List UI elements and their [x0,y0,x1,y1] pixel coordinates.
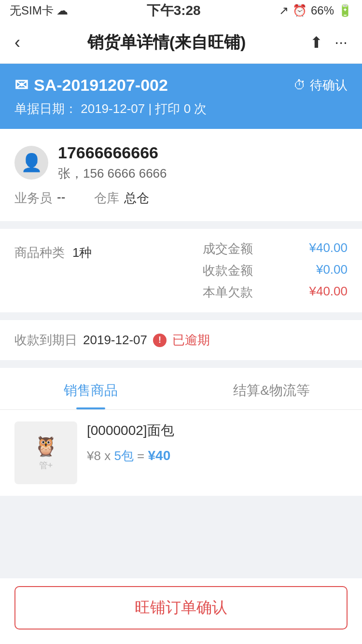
product-price: ¥8 [87,448,101,463]
status-clock-icon: ⏱ [293,78,306,93]
tab-sales-product[interactable]: 销售商品 [0,368,181,409]
tab-sales-label: 销售商品 [64,383,118,398]
overdue-label: 收款到期日 [14,332,77,349]
summary-section: 商品种类 1种 成交金额 ¥40.00 收款金额 ¥0.00 本单欠款 ¥40.… [0,229,362,312]
date-label: 单据日期： [14,101,77,116]
warehouse-value: 总仓 [124,190,149,207]
receipt-value: ¥0.00 [316,262,348,279]
tabs-section: 销售商品 结算&物流等 [0,368,362,410]
warehouse-item: 仓库 总仓 [94,190,149,207]
share-icon[interactable]: ⬆ [310,33,323,52]
tab-settlement-label: 结算&物流等 [233,383,310,398]
product-x: x [104,448,111,463]
order-date-row: 单据日期： 2019-12-07 | 打印 0 次 [14,100,348,117]
customer-details: 17666666666 张，156 6666 6666 [58,143,167,182]
customer-section: 👤 17666666666 张，156 6666 6666 业务员 -- 仓库 … [0,129,362,221]
salesman-item: 业务员 -- [14,190,65,207]
summary-right: 成交金额 ¥40.00 收款金额 ¥0.00 本单欠款 ¥40.00 [181,240,348,301]
customer-row: 👤 17666666666 张，156 6666 6666 [14,143,348,182]
avatar-icon: 👤 [21,153,42,173]
nav-bar: ‹ 销货单详情(来自旺铺) ⬆ ··· [0,21,362,64]
status-time: 下午3:28 [147,1,201,20]
product-logo-owl: 🦉 [34,435,58,458]
summary-left: 商品种类 1种 [14,240,181,261]
salesman-label: 业务员 [14,190,52,207]
type-value: 1种 [72,244,92,261]
order-id: ✉ SA-20191207-002 [14,75,168,95]
deal-value: ¥40.00 [309,240,348,257]
overdue-section: 收款到期日 2019-12-07 ! 已逾期 [0,320,362,360]
customer-phone: 17666666666 [58,143,167,162]
debt-value: ¥40.00 [309,284,348,301]
alarm-icon: ⏰ [292,4,307,17]
back-button[interactable]: ‹ [14,32,43,53]
battery-icon: 🔋 [338,4,352,17]
debt-row: 本单欠款 ¥40.00 [203,284,348,301]
overdue-alert-icon: ! [153,334,167,347]
deal-row: 成交金额 ¥40.00 [203,240,348,257]
product-name: [0000002]面包 [87,421,348,440]
product-quantity: 5包 [114,448,133,463]
product-info: [0000002]面包 ¥8 x 5包 = ¥40 [87,421,348,464]
receipt-row: 收款金额 ¥0.00 [203,262,348,279]
status-left: 无SIM卡 ☁ [10,3,68,18]
tab-underline [76,407,105,409]
page-title: 销货单详情(来自旺铺) [43,31,290,54]
confirm-order-button[interactable]: 旺铺订单确认 [14,586,348,630]
receipt-label: 收款金额 [203,262,253,279]
tab-settlement[interactable]: 结算&物流等 [181,368,362,409]
overdue-date: 2019-12-07 [83,333,147,348]
type-label: 商品种类 [14,244,65,261]
product-eq: = [137,448,144,463]
bottom-bar: 旺铺订单确认 [0,578,362,644]
order-id-icon: ✉ [14,75,28,95]
order-id-row: ✉ SA-20191207-002 ⏱ 待确认 [14,75,348,95]
customer-name: 张，156 6666 6666 [58,165,167,182]
print-info: | 打印 0 次 [148,101,207,116]
product-section: 🦉 管+ [0000002]面包 ¥8 x 5包 = ¥40 [0,410,362,496]
product-image: 🦉 管+ [14,421,77,484]
product-total: ¥40 [148,448,171,463]
order-id-text: SA-20191207-002 [34,76,168,95]
order-status: ⏱ 待确认 [293,77,348,94]
customer-meta: 业务员 -- 仓库 总仓 [14,190,348,207]
status-right: ↗ ⏰ 66% 🔋 [279,4,352,17]
date-value: 2019-12-07 [81,101,145,116]
warehouse-label: 仓库 [94,190,119,207]
battery-text: 66% [311,4,334,17]
nav-actions: ⬆ ··· [290,33,348,52]
product-logo-sub: 管+ [39,460,53,471]
product-calc: ¥8 x 5包 = ¥40 [87,448,348,464]
avatar: 👤 [14,146,48,180]
overdue-tag: 已逾期 [172,332,210,349]
location-icon: ↗ [279,4,289,17]
order-header: ✉ SA-20191207-002 ⏱ 待确认 单据日期： 2019-12-07… [0,64,362,129]
signal-text: 无SIM卡 ☁ [10,3,68,18]
debt-label: 本单欠款 [203,284,253,301]
status-bar: 无SIM卡 ☁ 下午3:28 ↗ ⏰ 66% 🔋 [0,0,362,21]
salesman-value: -- [57,190,65,207]
status-text: 待确认 [310,77,348,94]
more-icon[interactable]: ··· [334,33,348,51]
deal-label: 成交金额 [203,240,253,257]
